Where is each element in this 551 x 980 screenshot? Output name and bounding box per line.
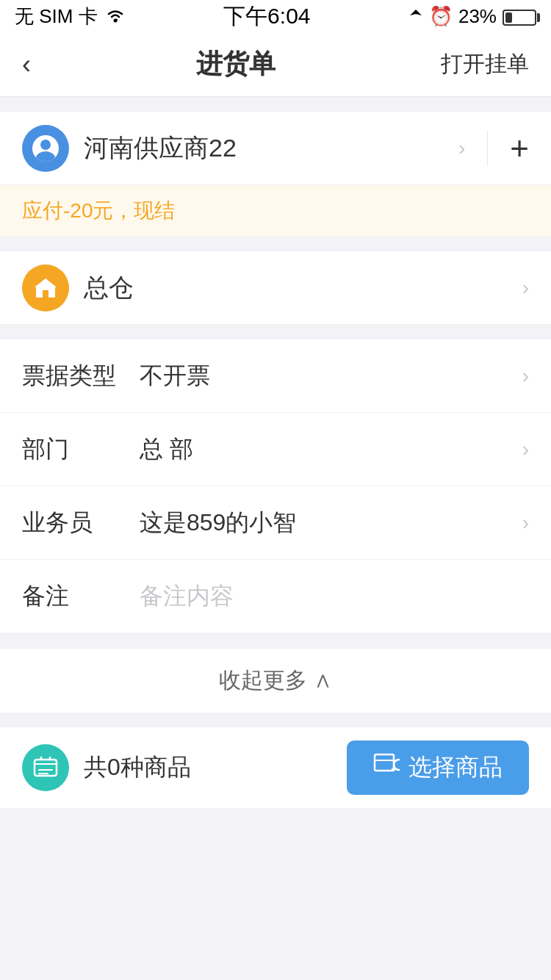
supplier-arrow-icon: › xyxy=(458,137,465,160)
notice-bar: 应付-20元，现结 xyxy=(0,185,551,237)
invoice-value: 不开票 xyxy=(125,360,522,392)
remark-input[interactable]: 备注内容 xyxy=(125,580,529,613)
salesperson-row[interactable]: 业务员 这是859的小智 › xyxy=(0,486,551,560)
collapse-label: 收起更多 ∧ xyxy=(219,666,331,696)
sales-label: 业务员 xyxy=(22,507,125,539)
page-title: 进货单 xyxy=(196,46,276,82)
bottom-bar: 共0种商品 选择商品 xyxy=(0,727,551,808)
dept-arrow-icon: › xyxy=(522,438,529,461)
nav-bar: ‹ 进货单 打开挂单 xyxy=(0,32,551,97)
alarm-icon: ⏰ xyxy=(429,5,453,28)
supplier-row[interactable]: 河南供应商22 › + xyxy=(0,112,551,185)
sales-arrow-icon: › xyxy=(522,511,529,535)
warehouse-icon xyxy=(22,264,69,311)
open-pending-button[interactable]: 打开挂单 xyxy=(441,49,529,79)
status-left: 无 SIM 卡 xyxy=(15,4,126,29)
warehouse-name: 总仓 xyxy=(84,271,522,305)
add-supplier-button[interactable]: + xyxy=(510,132,529,165)
supplier-section: 河南供应商22 › + 应付-20元，现结 xyxy=(0,112,551,237)
warehouse-row[interactable]: 总仓 › xyxy=(0,251,551,325)
select-btn-label: 选择商品 xyxy=(408,752,503,784)
warehouse-arrow-icon: › xyxy=(522,276,529,300)
collapse-button[interactable]: 收起更多 ∧ xyxy=(0,648,551,713)
dept-value: 总 部 xyxy=(125,433,522,466)
svg-marker-2 xyxy=(35,278,57,287)
dept-label: 部门 xyxy=(22,433,125,466)
svg-rect-5 xyxy=(375,754,394,771)
product-icon xyxy=(22,744,69,791)
select-product-button[interactable]: 选择商品 xyxy=(347,741,529,795)
back-button[interactable]: ‹ xyxy=(22,49,31,80)
svg-rect-3 xyxy=(43,290,48,298)
status-right: ⏰ 23% xyxy=(408,5,536,28)
supplier-divider xyxy=(487,131,488,166)
invoice-label: 票据类型 xyxy=(22,360,125,392)
status-time: 下午6:04 xyxy=(223,1,310,32)
remark-label: 备注 xyxy=(22,580,125,613)
status-bar: 无 SIM 卡 下午6:04 ⏰ 23% xyxy=(0,0,551,32)
section-gap-1 xyxy=(0,97,551,112)
svg-point-0 xyxy=(113,18,117,22)
invoice-arrow-icon: › xyxy=(522,364,529,388)
sales-value: 这是859的小智 xyxy=(125,507,522,539)
select-btn-icon xyxy=(373,752,400,784)
wifi-icon xyxy=(105,5,126,28)
form-section: 票据类型 不开票 › 部门 总 部 › 业务员 这是859的小智 › 备注 备注… xyxy=(0,339,551,633)
section-gap-2 xyxy=(0,237,551,251)
product-count: 共0种商品 xyxy=(84,752,347,784)
location-icon xyxy=(408,5,423,28)
supplier-name: 河南供应商22 xyxy=(84,131,458,165)
remark-row[interactable]: 备注 备注内容 xyxy=(0,560,551,633)
battery-icon xyxy=(503,5,536,28)
avatar-icon xyxy=(32,135,59,162)
department-row[interactable]: 部门 总 部 › xyxy=(0,413,551,486)
supplier-avatar xyxy=(22,125,69,172)
signal-text: 无 SIM 卡 xyxy=(15,4,98,29)
notice-text: 应付-20元，现结 xyxy=(22,199,175,222)
invoice-type-row[interactable]: 票据类型 不开票 › xyxy=(0,339,551,413)
battery-percent: 23% xyxy=(458,5,497,28)
